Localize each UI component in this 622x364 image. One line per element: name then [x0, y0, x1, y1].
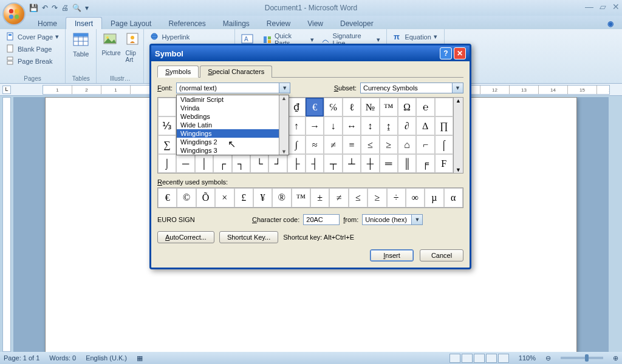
blank-page-button[interactable]: Blank Page	[4, 43, 61, 55]
shortcutkey-button[interactable]: Shortcut Key...	[219, 231, 278, 243]
symbol-cell[interactable]: ₫	[287, 98, 306, 116]
symbol-cell[interactable]: ↑	[287, 116, 306, 135]
recent-symbol-cell[interactable]: ≤	[349, 188, 367, 207]
symbol-cell[interactable]: ∏	[435, 116, 453, 135]
from-combo[interactable]	[362, 214, 412, 225]
symbol-cell[interactable]	[435, 98, 453, 116]
symbol-cell[interactable]: ⌠	[435, 135, 453, 154]
tab-developer[interactable]: Developer	[332, 18, 382, 29]
qat-print-icon[interactable]: 🖨	[61, 4, 69, 12]
status-zoom[interactable]: 110%	[519, 354, 536, 362]
symbol-cell[interactable]: ┴	[343, 154, 361, 173]
status-language[interactable]: English (U.K.)	[86, 354, 127, 362]
equation-button[interactable]: πEquation▾	[391, 31, 440, 42]
symbol-cell[interactable]: №	[361, 98, 379, 116]
recent-symbol-cell[interactable]: ¥	[253, 188, 272, 207]
symbol-cell[interactable]: ℓ	[343, 98, 361, 116]
symbol-cell[interactable]: ⌂	[398, 135, 416, 154]
font-option[interactable]: Webdings	[177, 112, 289, 121]
tab-review[interactable]: Review	[258, 18, 299, 29]
dialog-titlebar[interactable]: Symbol ? ✕	[151, 46, 470, 61]
picture-button[interactable]: Picture	[100, 31, 121, 64]
view-outline-icon[interactable]	[486, 354, 497, 363]
view-draft-icon[interactable]	[498, 354, 509, 363]
zoom-out-icon[interactable]: ⊖	[545, 354, 551, 362]
font-option[interactable]: Wingdings 3	[177, 146, 289, 155]
symbol-cell[interactable]: ├	[287, 154, 306, 173]
symbol-cell[interactable]: ┼	[361, 154, 379, 173]
charcode-input[interactable]	[303, 214, 340, 225]
symbol-grid-scrollbar[interactable]	[453, 98, 463, 173]
symbol-cell[interactable]: ┬	[324, 154, 342, 173]
recent-symbol-cell[interactable]: ≠	[329, 188, 348, 207]
tab-references[interactable]: References	[160, 18, 214, 29]
table-button[interactable]: Table	[69, 31, 92, 59]
symbol-cell[interactable]: Ω	[398, 98, 416, 116]
symbol-cell[interactable]: ─	[176, 154, 194, 173]
symbol-cell[interactable]: ↔	[343, 116, 361, 135]
zoom-slider[interactable]	[561, 357, 603, 359]
font-option[interactable]: Vladimir Script	[177, 95, 289, 104]
recent-symbol-cell[interactable]: £	[234, 188, 253, 207]
recent-symbol-cell[interactable]: ÷	[387, 188, 406, 207]
symbol-cell[interactable]: ↕	[361, 116, 379, 135]
symbol-cell[interactable]: ⅓	[158, 116, 176, 135]
symbol-cell[interactable]: ≤	[361, 135, 379, 154]
font-option[interactable]: Wingdings 2	[177, 138, 289, 146]
recent-symbol-cell[interactable]: ≥	[367, 188, 386, 207]
symbol-cell[interactable]: ≡	[343, 135, 361, 154]
insert-button[interactable]: Insert	[370, 249, 414, 261]
page-break-button[interactable]: Page Break	[4, 55, 61, 67]
symbol-cell[interactable]: ≈	[306, 135, 324, 154]
tab-special-characters[interactable]: Special Characters	[200, 66, 272, 78]
recent-symbol-cell[interactable]: ©	[177, 188, 196, 207]
symbol-cell[interactable]: ↨	[380, 116, 398, 135]
restore-icon[interactable]: ▱	[600, 2, 606, 12]
recent-symbol-cell[interactable]: €	[158, 188, 177, 207]
help-icon[interactable]: ◉	[599, 18, 622, 29]
minimize-icon[interactable]: —	[585, 2, 593, 12]
font-dropdown-scrollbar[interactable]	[279, 95, 289, 155]
status-page[interactable]: Page: 1 of 1	[4, 354, 39, 362]
symbol-cell[interactable]: │	[195, 154, 213, 173]
clipart-button[interactable]: Clip Art	[125, 31, 143, 64]
view-web-icon[interactable]	[474, 354, 485, 363]
recent-symbol-cell[interactable]: ™	[292, 188, 310, 207]
qat-redo-icon[interactable]: ↷	[52, 4, 58, 12]
symbol-cell[interactable]: ║	[398, 154, 416, 173]
dialog-close-icon[interactable]: ✕	[454, 47, 466, 59]
close-window-icon[interactable]: ✕	[612, 2, 620, 12]
recent-symbol-cell[interactable]: α	[444, 188, 463, 207]
recent-symbol-cell[interactable]: ±	[310, 188, 329, 207]
cancel-button[interactable]: Cancel	[420, 249, 463, 261]
qat-undo-icon[interactable]: ↶	[42, 4, 48, 12]
qat-preview-icon[interactable]: 🔍	[72, 4, 81, 12]
symbol-cell[interactable]: ≥	[380, 135, 398, 154]
font-option[interactable]: Wide Latin	[177, 121, 289, 129]
autocorrect-button[interactable]: AutoCorrect...	[157, 231, 214, 243]
symbol-cell[interactable]: ┤	[306, 154, 324, 173]
symbol-cell[interactable]: ≠	[324, 135, 342, 154]
subset-combo[interactable]	[360, 83, 453, 93]
symbol-cell[interactable]: F	[435, 154, 453, 173]
symbol-cell[interactable]	[158, 98, 176, 116]
symbol-cell[interactable]: ═	[380, 154, 398, 173]
tab-mailings[interactable]: Mailings	[214, 18, 258, 29]
qat-save-icon[interactable]: 💾	[29, 4, 38, 12]
view-print-icon[interactable]	[449, 354, 460, 363]
tab-page-layout[interactable]: Page Layout	[102, 18, 160, 29]
symbol-cell[interactable]: ℅	[324, 98, 342, 116]
tab-view[interactable]: View	[299, 18, 332, 29]
symbol-cell[interactable]: ┌	[213, 154, 231, 173]
symbol-cell[interactable]: ∑	[158, 135, 176, 154]
symbol-cell[interactable]: ╒	[416, 154, 434, 173]
status-words[interactable]: Words: 0	[49, 354, 76, 362]
tab-symbols[interactable]: Symbols	[157, 66, 199, 78]
symbol-cell[interactable]: ℮	[416, 98, 434, 116]
tab-insert[interactable]: Insert	[66, 17, 102, 29]
vertical-ruler[interactable]	[2, 97, 11, 352]
symbol-cell[interactable]: ™	[380, 98, 398, 116]
hyperlink-button[interactable]: Hyperlink	[148, 31, 231, 42]
zoom-in-icon[interactable]: ⊕	[613, 354, 618, 362]
symbol-cell[interactable]: ┘	[268, 154, 287, 173]
